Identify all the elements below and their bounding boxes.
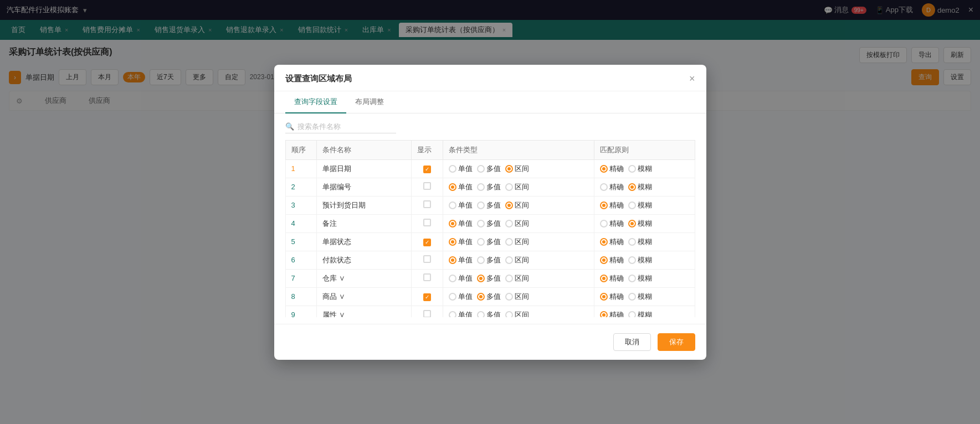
settings-modal: 设置查询区域布局 × 查询字段设置 布局调整 🔍 <box>274 65 706 118</box>
modal-close-btn[interactable]: × <box>689 74 695 84</box>
modal-tab-layout[interactable]: 布局调整 <box>346 91 393 113</box>
modal-header: 设置查询区域布局 × <box>274 65 706 91</box>
modal-title: 设置查询区域布局 <box>285 74 352 84</box>
modal-tabs: 查询字段设置 布局调整 <box>274 91 706 113</box>
modal-overlay: 设置查询区域布局 × 查询字段设置 布局调整 🔍 <box>0 0 980 117</box>
modal-tab-query-fields[interactable]: 查询字段设置 <box>285 91 346 113</box>
modal-body: 🔍 顺序 条件名称 显示 条件类型 匹配原则 <box>274 113 706 118</box>
